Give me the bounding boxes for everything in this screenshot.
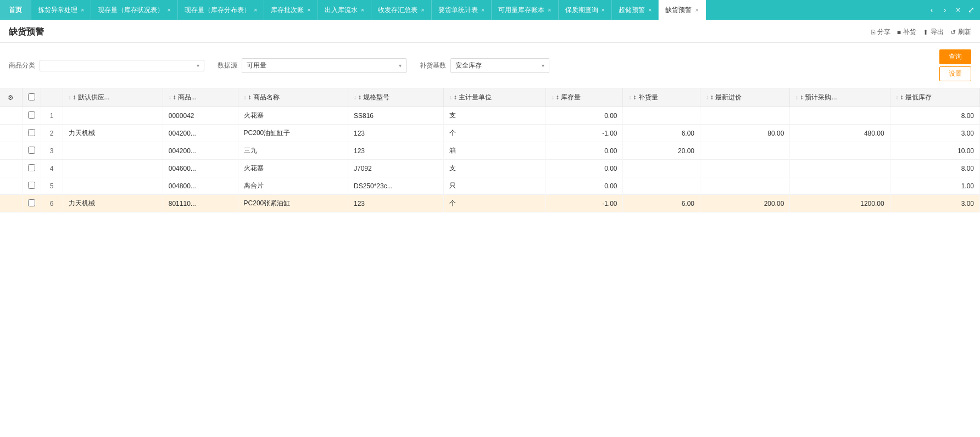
cell-checkbox-5[interactable] [22,195,41,212]
restock-label: 补货基数 [420,61,446,70]
tab-label-batch-account: 库存批次账 [271,5,304,15]
datasource-select[interactable]: 可用量 ▾ [242,58,407,73]
cell-restock-3 [623,160,700,177]
row-checkbox-5[interactable] [28,199,35,206]
tab-next-button[interactable]: › [938,3,951,16]
cell-gear-2 [0,142,22,160]
cell-unit-4: 只 [443,177,545,195]
category-select[interactable]: ▾ [40,60,204,71]
tab-label-shortage: 缺货预警 [665,5,692,15]
tab-close-in-out-flow[interactable]: × [361,7,364,13]
tab-close-receipt-summary[interactable]: × [421,7,424,13]
cell-price-4 [700,177,790,195]
restock-select[interactable]: 安全库存 ▾ [450,58,549,73]
row-checkbox-3[interactable] [28,164,35,171]
refresh-button[interactable]: ↺ 刷新 [950,27,971,37]
tab-close-exception[interactable]: × [81,7,84,13]
cell-stock-1: -1.00 [545,125,623,142]
cell-checkbox-3[interactable] [22,160,41,177]
row-checkbox-2[interactable] [28,147,35,154]
th-spec[interactable]: ↕ 规格型号 [348,88,443,107]
cell-supplier-4 [63,177,163,195]
th-est-purchase[interactable]: ↕ 预计采购... [790,88,890,107]
th-gear[interactable]: ⚙ [0,88,22,107]
tab-in-out-flow[interactable]: 出入库流水× [318,0,371,20]
share-icon: ⎘ [871,29,875,36]
th-checkbox[interactable] [22,88,41,107]
cell-price-0 [700,107,790,125]
th-latest-price[interactable]: ↕ 最新进价 [700,88,790,107]
tab-close-available-ledger[interactable]: × [548,7,551,13]
restock-button[interactable]: ■ 补货 [897,27,916,37]
settings-button[interactable]: 设置 [939,66,971,81]
cell-estpurchase-1: 480.00 [790,125,890,142]
row-checkbox-1[interactable] [28,129,35,136]
cell-restock-0 [623,107,700,125]
cell-checkbox-2[interactable] [22,142,41,160]
category-label: 商品分类 [9,61,35,70]
tab-expiry-query[interactable]: 保质期查询× [559,0,612,20]
row-checkbox-0[interactable] [28,111,35,119]
cell-minstock-4: 1.00 [890,177,979,195]
tab-label-exception: 拣货异常处理 [38,5,77,15]
tab-batch-account[interactable]: 库存批次账× [264,0,318,20]
tab-close-batch-account[interactable]: × [307,7,310,13]
tab-close-expiry-query[interactable]: × [602,7,605,13]
cell-spec-1: 123 [348,125,443,142]
share-button[interactable]: ⎘ 分享 [871,27,890,37]
tab-close-order-stats[interactable]: × [481,7,485,13]
tab-close-all-button[interactable]: × [951,3,965,16]
th-product-name[interactable]: ↕ 商品名称 [238,88,348,107]
cell-rownum-0: 1 [41,107,63,125]
cell-code-0: 0000042 [163,107,238,125]
tab-close-shortage[interactable]: × [695,7,698,13]
tab-close-overstock[interactable]: × [648,7,652,13]
th-default-supplier[interactable]: ↕ 默认供应... [63,88,163,107]
th-unit[interactable]: ↕ 主计量单位 [443,88,545,107]
tab-receipt-summary[interactable]: 收发存汇总表× [371,0,431,20]
cell-estpurchase-5: 1200.00 [790,195,890,212]
cell-checkbox-4[interactable] [22,177,41,195]
cell-rownum-5: 6 [41,195,63,212]
page-header: 缺货预警 ⎘ 分享 ■ 补货 ⬆ 导出 ↺ 刷新 [0,20,980,43]
cell-checkbox-0[interactable] [22,107,41,125]
refresh-icon: ↺ [950,29,956,36]
export-button[interactable]: ⬆ 导出 [923,27,944,37]
cell-code-3: 004600... [163,160,238,177]
cell-minstock-2: 10.00 [890,142,979,160]
tab-close-inventory-dist[interactable]: × [254,7,257,13]
tab-maximize-button[interactable]: ⤢ [965,3,978,16]
cell-rownum-4: 5 [41,177,63,195]
cell-code-4: 004800... [163,177,238,195]
tab-close-inventory-status[interactable]: × [167,7,170,13]
cell-checkbox-1[interactable] [22,125,41,142]
th-product-code[interactable]: ↕ 商品... [163,88,238,107]
cell-price-3 [700,160,790,177]
table-row: 1 0000042 火花塞 SS816 支 0.00 8.00 [0,107,980,125]
tab-order-stats[interactable]: 要货单统计表× [432,0,492,20]
cell-estpurchase-0 [790,107,890,125]
th-restock-qty[interactable]: ↕ 补货量 [623,88,700,107]
cell-price-1: 80.00 [700,125,790,142]
tab-home[interactable]: 首页 [0,0,31,20]
tab-overstock[interactable]: 超储预警× [612,0,659,20]
select-all-checkbox[interactable] [28,93,35,100]
th-stock[interactable]: ↕ 库存量 [545,88,623,107]
cell-restock-5: 6.00 [623,195,700,212]
cell-name-4: 离合片 [238,177,348,195]
table-container: ⚙ ↕ 默认供应... ↕ 商品... ↕ 商品名称 ↕ 规格型号 ↕ 主计量单… [0,88,980,212]
tab-available-ledger[interactable]: 可用量库存账本× [492,0,558,20]
query-button[interactable]: 查询 [939,49,971,64]
tab-shortage[interactable]: 缺货预警× [659,0,705,20]
tab-prev-button[interactable]: ‹ [925,3,938,16]
table-row: 3 004200... 三九 123 箱 0.00 20.00 10.00 [0,142,980,160]
cell-stock-3: 0.00 [545,160,623,177]
row-checkbox-4[interactable] [28,182,35,189]
tab-exception[interactable]: 拣货异常处理× [31,0,91,20]
th-min-stock[interactable]: ↕ 最低库存 [890,88,979,107]
tab-inventory-status[interactable]: 现存量（库存状况表）× [91,0,177,20]
tab-inventory-dist[interactable]: 现存量（库存分布表）× [178,0,264,20]
cell-supplier-3 [63,160,163,177]
datasource-filter-group: 数据源 可用量 ▾ [218,58,407,73]
cell-spec-3: J7092 [348,160,443,177]
